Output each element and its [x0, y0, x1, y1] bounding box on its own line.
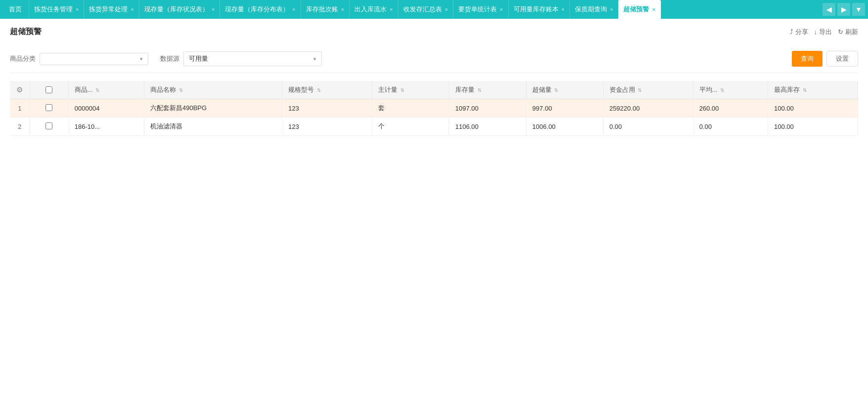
sort-overstock-qty-icon[interactable]: ⇅	[554, 87, 558, 93]
cell-stock-qty: 1097.00	[449, 99, 526, 118]
gear-button[interactable]: ⚙	[16, 85, 23, 94]
nav-close-inout-flow[interactable]: ×	[390, 6, 392, 12]
header-actions: ⤴ 分享 ↓ 导出 ↻ 刷新	[790, 28, 859, 37]
nav-task-mgmt-label: 拣货任务管理	[34, 5, 73, 14]
cell-max-stock: 100.00	[768, 99, 858, 118]
sort-spec-icon[interactable]: ⇅	[317, 87, 321, 93]
th-max-stock-label: 最高库存	[774, 86, 800, 93]
th-avg-price-label: 平均...	[699, 86, 718, 93]
nav-overstock-warning-label: 超储预警	[623, 5, 649, 14]
nav-close-expiry-query[interactable]: ×	[610, 6, 613, 12]
th-capital-occupied-label: 资金占用	[609, 86, 635, 93]
table-row: 2 186-10... 机油滤清器 123 个 1106.00 1006.00 …	[10, 118, 858, 136]
nav-item-batch-account[interactable]: 库存批次账 ×	[301, 0, 349, 19]
category-filter-label: 商品分类	[10, 54, 36, 63]
page-container: 超储预警 ⤴ 分享 ↓ 导出 ↻ 刷新 商品分类 ▾ 数据源	[0, 19, 868, 395]
refresh-button[interactable]: ↻ 刷新	[838, 28, 858, 37]
share-icon: ⤴	[790, 28, 793, 36]
datasource-filter-label: 数据源	[160, 54, 179, 63]
datasource-select[interactable]: 可用量 ▾	[183, 51, 322, 66]
row-checkbox[interactable]	[45, 122, 52, 129]
cell-checkbox[interactable]	[30, 99, 68, 118]
cell-spec: 123	[282, 118, 372, 136]
th-product-name: 商品名称 ⇅	[144, 81, 282, 99]
nav-order-stats-label: 要货单统计表	[458, 5, 497, 14]
nav-item-home[interactable]: 首页	[2, 0, 29, 19]
cell-overstock-qty: 997.00	[526, 99, 603, 118]
datasource-filter-item: 数据源 可用量 ▾	[160, 51, 322, 66]
share-label: 分享	[795, 28, 808, 37]
th-avg-price: 平均... ⇅	[693, 81, 768, 99]
cell-spec: 123	[282, 99, 372, 118]
th-stock-qty: 库存量 ⇅	[449, 81, 526, 99]
nav-close-batch-account[interactable]: ×	[341, 6, 344, 12]
th-unit-label: 主计量	[378, 86, 397, 93]
cell-seq: 2	[10, 118, 30, 136]
nav-close-abnormal[interactable]: ×	[130, 6, 133, 12]
nav-item-stock-status[interactable]: 现存量（库存状况表） ×	[139, 0, 220, 19]
th-unit: 主计量 ⇅	[372, 81, 449, 99]
nav-close-task-mgmt[interactable]: ×	[76, 6, 79, 12]
th-checkbox	[30, 81, 68, 99]
top-nav: 首页 拣货任务管理 × 拣货异常处理 × 现存量（库存状况表） × 现存量（库存…	[0, 0, 868, 19]
nav-more-button[interactable]: ▼	[852, 3, 865, 16]
sort-product-name-icon[interactable]: ⇅	[179, 87, 183, 93]
export-button[interactable]: ↓ 导出	[814, 28, 832, 37]
category-filter-item: 商品分类 ▾	[10, 53, 148, 65]
nav-item-overstock-warning[interactable]: 超储预警 ×	[618, 0, 660, 19]
row-checkbox[interactable]	[45, 104, 52, 111]
th-spec-label: 规格型号	[288, 86, 314, 93]
cell-product-name: 六配套新昌490BPG	[144, 99, 282, 118]
sort-capital-occupied-icon[interactable]: ⇅	[638, 87, 642, 93]
nav-item-available-ledger[interactable]: 可用量库存账本 ×	[509, 0, 570, 19]
nav-item-inout-flow[interactable]: 出入库流水 ×	[349, 0, 398, 19]
th-max-stock: 最高库存 ⇅	[768, 81, 858, 99]
settings-button[interactable]: 设置	[826, 51, 858, 67]
sort-unit-icon[interactable]: ⇅	[400, 87, 404, 93]
th-product-code-label: 商品...	[75, 86, 93, 93]
nav-home-label: 首页	[9, 5, 22, 14]
sort-product-code-icon[interactable]: ⇅	[95, 87, 99, 93]
nav-prev-button[interactable]: ◀	[823, 3, 835, 16]
export-icon: ↓	[814, 28, 818, 36]
cell-unit: 个	[372, 118, 449, 136]
refresh-label: 刷新	[845, 28, 858, 37]
cell-avg-price: 260.00	[693, 99, 768, 118]
nav-stock-dist-label: 现存量（库存分布表）	[225, 5, 289, 14]
sort-avg-price-icon[interactable]: ⇅	[720, 87, 724, 93]
cell-overstock-qty: 1006.00	[526, 118, 603, 136]
category-select[interactable]: ▾	[40, 53, 148, 65]
cell-checkbox[interactable]	[30, 118, 68, 136]
nav-item-order-stats[interactable]: 要货单统计表 ×	[453, 0, 508, 19]
sort-stock-qty-icon[interactable]: ⇅	[477, 87, 481, 93]
query-button[interactable]: 查询	[792, 51, 823, 67]
nav-batch-account-label: 库存批次账	[306, 5, 338, 14]
cell-capital-occupied: 259220.00	[603, 99, 693, 118]
sort-max-stock-icon[interactable]: ⇅	[803, 87, 807, 93]
nav-inout-flow-label: 出入库流水	[354, 5, 387, 14]
cell-avg-price: 0.00	[693, 118, 768, 136]
nav-item-receive-summary[interactable]: 收发存汇总表 ×	[398, 0, 453, 19]
th-overstock-qty-label: 超储量	[532, 86, 552, 93]
th-overstock-qty: 超储量 ⇅	[526, 81, 603, 99]
nav-close-overstock-warning[interactable]: ×	[652, 6, 655, 12]
page-header: 超储预警 ⤴ 分享 ↓ 导出 ↻ 刷新	[10, 27, 858, 37]
nav-item-task-mgmt[interactable]: 拣货任务管理 ×	[29, 0, 84, 19]
nav-close-stock-dist[interactable]: ×	[292, 6, 295, 12]
th-spec: 规格型号 ⇅	[282, 81, 372, 99]
nav-item-stock-dist[interactable]: 现存量（库存分布表） ×	[220, 0, 301, 19]
cell-unit: 套	[372, 99, 449, 118]
nav-stock-status-label: 现存量（库存状况表）	[144, 5, 209, 14]
nav-close-available-ledger[interactable]: ×	[562, 6, 564, 12]
nav-item-expiry-query[interactable]: 保质期查询 ×	[570, 0, 618, 19]
datasource-select-value: 可用量	[189, 54, 208, 63]
nav-close-receive-summary[interactable]: ×	[445, 6, 448, 12]
nav-close-order-stats[interactable]: ×	[500, 6, 503, 12]
th-product-name-label: 商品名称	[150, 86, 176, 93]
nav-item-abnormal[interactable]: 拣货异常处理 ×	[84, 0, 139, 19]
select-all-checkbox[interactable]	[45, 86, 52, 93]
nav-next-button[interactable]: ▶	[837, 3, 850, 16]
share-button[interactable]: ⤴ 分享	[790, 28, 808, 37]
nav-close-stock-status[interactable]: ×	[212, 6, 215, 12]
table-row: 1 0000004 六配套新昌490BPG 123 套 1097.00 997.…	[10, 99, 858, 118]
